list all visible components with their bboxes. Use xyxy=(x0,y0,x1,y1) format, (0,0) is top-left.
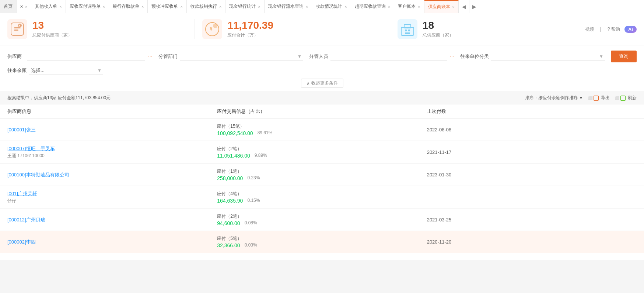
tx-info: 应付（1笔） 258,000.00 0.23% xyxy=(217,168,427,181)
close-icon[interactable]: × xyxy=(452,5,455,9)
query-button[interactable]: 查询 xyxy=(611,51,637,62)
nav-tab-adjustment[interactable]: 应收应付调整单 × xyxy=(66,0,109,13)
close-icon[interactable]: × xyxy=(103,4,105,9)
help-link[interactable]: ? 帮助 xyxy=(607,26,620,32)
nav-tab-label: 收款核销执行 xyxy=(190,3,217,10)
filter-person: 分管人员 ··· xyxy=(309,52,454,61)
nav-tab-bank-deposit[interactable]: 银行存取款单 × xyxy=(109,0,148,13)
tx-percent: 0.08% xyxy=(245,220,257,225)
tx-cell: 32,366.00 0.03% xyxy=(217,242,427,248)
supplier-info: [000007]恒旺二手叉车 王通 17106110000 xyxy=(7,145,217,159)
tx-amount-link[interactable]: 11,051,486.00 xyxy=(217,153,250,159)
nav-tab-cashflow[interactable]: 现金银行流水查询 × xyxy=(265,0,312,13)
tx-percent: 9.89% xyxy=(255,153,267,158)
balance-select[interactable]: 选择... xyxy=(29,66,103,75)
help-icon: ? xyxy=(607,26,610,32)
svg-rect-15 xyxy=(405,32,410,34)
svg-rect-10 xyxy=(398,19,417,39)
sort-text[interactable]: 排序：按应付余额倒序排序 xyxy=(525,95,578,100)
tx-info: 应付（5笔） 32,366.00 0.03% xyxy=(217,235,427,248)
stat-label: 总供应商（家） xyxy=(423,32,454,38)
last-pay-date: 2023-01-30 xyxy=(427,172,637,177)
close-icon[interactable]: × xyxy=(306,4,308,9)
tx-amount-link[interactable]: 32,366.00 xyxy=(217,242,240,248)
supplier-link[interactable]: [000001]张三 xyxy=(7,127,36,132)
tx-amount-link[interactable]: 164,635.90 xyxy=(217,198,243,204)
person-input[interactable] xyxy=(330,52,447,61)
nav-tab-receivable[interactable]: 收款核销执行 × xyxy=(187,0,225,13)
supplier-link[interactable]: [000002]李四 xyxy=(7,239,36,245)
supplier-sub: 王通 17106110000 xyxy=(7,153,217,159)
refresh-button[interactable]: 刷新 xyxy=(615,95,637,101)
close-icon[interactable]: × xyxy=(59,4,62,9)
table-col-supplier: 供应商信息 xyxy=(7,108,217,115)
nav-tab-overdue[interactable]: 超期应收款查询 × xyxy=(351,0,394,13)
tx-label: 应付（2笔） xyxy=(217,146,427,152)
nav-tab-customer-ledger[interactable]: 客户账本 × xyxy=(394,0,424,13)
category-select-wrap: ▼ xyxy=(491,52,605,61)
filter-person-label: 分管人员 xyxy=(309,53,328,60)
supplier-info: [000012]广州贝瑞 xyxy=(7,217,217,223)
nav-tab-receipt-stats[interactable]: 收款情况统计 × xyxy=(312,0,351,13)
last-pay-date: 2022-08-08 xyxy=(427,127,637,132)
nav-tab-3[interactable]: 3 × xyxy=(17,0,31,13)
svg-rect-3 xyxy=(14,30,18,31)
nav-tab-label: 客户账本 xyxy=(398,3,416,10)
close-icon[interactable]: × xyxy=(388,4,390,9)
supplier-link[interactable]: [000012]广州贝瑞 xyxy=(7,217,45,223)
close-icon[interactable]: × xyxy=(219,4,221,9)
stat-total-suppliers-content: 18 总供应商（家） xyxy=(423,20,454,38)
close-icon[interactable]: × xyxy=(344,4,347,9)
tx-info: 应付（2笔） 11,051,486.00 9.89% xyxy=(217,146,427,159)
tx-amount-link[interactable]: 94,600.00 xyxy=(217,220,240,226)
nav-prev-arrow[interactable]: ◀ xyxy=(459,0,469,13)
nav-next-arrow[interactable]: ▶ xyxy=(469,0,479,13)
sort-label: 排序：按应付余额倒序排序 ▼ xyxy=(525,95,583,101)
close-icon[interactable]: × xyxy=(25,4,27,9)
nav-tab-prepay[interactable]: 预收冲应收单 × xyxy=(148,0,186,13)
nav-tab-label: 收款情况统计 xyxy=(316,3,342,10)
stat-supplier-payable-content: 13 总应付供应商（家） xyxy=(32,20,72,38)
tx-percent: 0.03% xyxy=(245,242,257,248)
collapse-label: 收起更多条件 xyxy=(311,80,338,86)
supplier-more-icon[interactable]: ··· xyxy=(148,54,153,59)
table-row: [000100]本特勤油品有限公司 应付（1笔） 258,000.00 0.23… xyxy=(0,164,644,186)
video-link[interactable]: 视频 xyxy=(585,26,594,32)
ai-button[interactable]: Ai xyxy=(624,26,637,33)
filter-dept: 分管部门 ▼ xyxy=(158,52,304,61)
nav-tab-supplier-ledger[interactable]: 供应商账本 × xyxy=(424,0,459,13)
supplier-link[interactable]: [001]广州荣轩 xyxy=(7,191,37,196)
nav-tab-cash-stats[interactable]: 现金银行统计 × xyxy=(225,0,264,13)
dept-select[interactable] xyxy=(180,52,304,61)
nav-tab-label: 3 xyxy=(20,4,23,9)
filter-supplier-label: 供应商 xyxy=(7,53,25,60)
supplier-info: [001]广州荣轩 仔仔 xyxy=(7,190,217,204)
svg-point-9 xyxy=(213,24,217,28)
tx-label: 应付（4笔） xyxy=(217,191,427,197)
close-icon[interactable]: × xyxy=(141,4,144,9)
tx-amount-link[interactable]: 100,092,540.00 xyxy=(217,130,253,136)
close-icon[interactable]: × xyxy=(258,4,260,9)
tx-cell: 100,092,540.00 89.61% xyxy=(217,130,427,136)
supplier-link[interactable]: [000100]本特勤油品有限公司 xyxy=(7,172,69,177)
filter-area: 供应商 ··· 分管部门 ▼ 分管人员 ··· 往来单位分类 xyxy=(0,45,644,92)
result-bar: 搜索结果中，供应商13家 应付金额111,703,854.00元 排序：按应付余… xyxy=(0,92,644,104)
filter-dept-label: 分管部门 xyxy=(158,53,178,60)
person-more-icon[interactable]: ··· xyxy=(450,54,454,59)
result-summary: 搜索结果中，供应商13家 应付金额111,703,854.00元 xyxy=(7,95,111,101)
tx-amount-link[interactable]: 258,000.00 xyxy=(217,175,243,181)
nav-tab-home[interactable]: 首页 xyxy=(0,0,17,13)
filter-balance: 往来余额 选择... ▼ xyxy=(7,66,103,75)
close-icon[interactable]: × xyxy=(418,4,420,9)
category-select[interactable] xyxy=(491,52,605,61)
collapse-button[interactable]: ∧ 收起更多条件 xyxy=(301,79,343,88)
balance-select-wrap: 选择... ▼ xyxy=(29,66,103,75)
supplier-link[interactable]: [000007]恒旺二手叉车 xyxy=(7,146,55,151)
last-pay-date: 2021-11-17 xyxy=(427,149,637,155)
supplier-input[interactable] xyxy=(27,52,145,61)
table-row: [000012]广州贝瑞 应付（2笔） 94,600.00 0.08% 2021… xyxy=(0,209,644,231)
export-button[interactable]: 导出 xyxy=(588,95,610,101)
tx-info: 应付（4笔） 164,635.90 0.15% xyxy=(217,191,427,204)
close-icon[interactable]: × xyxy=(180,4,182,9)
nav-tab-other-income[interactable]: 其他收入单 × xyxy=(31,0,66,13)
